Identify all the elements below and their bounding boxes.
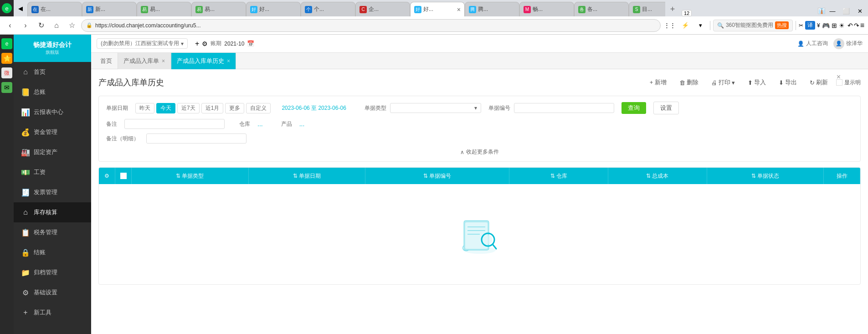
num-input[interactable] (514, 103, 614, 113)
add-button[interactable]: + 新增 (645, 77, 671, 88)
th-num[interactable]: ⇅ 单据编号 (365, 168, 509, 184)
tab-1[interactable]: 在 在... (27, 2, 82, 16)
lightning-button[interactable]: ⚡ (679, 19, 692, 32)
restore-button[interactable]: ⬜ (840, 5, 853, 16)
sidebar-item-settings[interactable]: ⚙ 基础设置 (14, 283, 91, 303)
sidebar-item-home[interactable]: ⌂ 首页 (14, 62, 91, 82)
forward-button[interactable]: › (19, 19, 32, 32)
tab-7[interactable]: C 企... (355, 2, 410, 16)
translate-btn[interactable]: 译 (805, 21, 815, 30)
tab-10[interactable]: M 畅... (519, 2, 574, 16)
tab-5[interactable]: 好 好... (246, 2, 301, 16)
grid-icon[interactable]: ⊞ (832, 22, 837, 29)
tab-11[interactable]: 各 各... (574, 2, 629, 16)
warehouse-dots[interactable]: ... (257, 120, 263, 128)
refresh-button[interactable]: ↻ (35, 19, 47, 32)
th-warehouse[interactable]: ⇅ 仓库 (509, 168, 608, 184)
minimize-button[interactable]: — (826, 5, 839, 16)
date-btn-custom[interactable]: 自定义 (246, 103, 271, 113)
tab-4[interactable]: 易 易... (191, 2, 246, 16)
browser-back[interactable]: ◀ (14, 0, 27, 16)
remark-detail-input[interactable] (146, 134, 247, 144)
sidebar-item-report[interactable]: 📊 云报表中心 (14, 102, 91, 122)
th-type[interactable]: ⇅ 单据类型 (132, 168, 249, 184)
calendar-icon[interactable]: 📅 (247, 40, 254, 47)
search-bar[interactable]: 🔍 360智能抠图免费用 热搜 (713, 20, 793, 31)
tab-3[interactable]: 易 易... (137, 2, 191, 16)
currency-icon[interactable]: ¥ (817, 22, 820, 29)
breadcrumb-tab1-close[interactable]: × (162, 58, 165, 64)
gamepad-icon[interactable]: 🎮 (822, 22, 830, 29)
add-period-icon[interactable]: + (195, 40, 199, 48)
tab-8-close[interactable]: × (457, 6, 461, 13)
collapse-button[interactable]: ∧ 收起更多条件 (460, 148, 499, 156)
sidebar-item-checkout[interactable]: 🔒 结账 (14, 242, 91, 262)
tab-2[interactable]: 新 新... (82, 2, 137, 16)
breadcrumb-tab2[interactable]: 产成品入库单历史 × (171, 53, 236, 69)
sidebar-item-fixed[interactable]: 🏭 固定资产 (14, 142, 91, 162)
export-button[interactable]: ⬇ 导出 (774, 77, 801, 88)
breadcrumb-tab1[interactable]: 产成品入库单 × (118, 53, 171, 69)
settings-btn[interactable]: 设置 (653, 102, 679, 114)
shirt-icon[interactable]: 👔 (818, 8, 825, 14)
date-btn-more[interactable]: 更多 (225, 103, 244, 113)
date-btn-yesterday[interactable]: 昨天 (135, 103, 154, 113)
icon-bar-weibo[interactable]: 微 (1, 67, 12, 78)
sidebar-item-invoice[interactable]: 🧾 发票管理 (14, 182, 91, 202)
close-panel-icon[interactable]: × (837, 73, 841, 81)
import-button[interactable]: ⬆ 导入 (743, 77, 770, 88)
sidebar-item-salary[interactable]: 💵 工资 (14, 162, 91, 182)
scissors-icon[interactable]: ✂ (799, 22, 803, 29)
browser-logo[interactable]: e (2, 3, 12, 13)
icon-bar-star[interactable]: ⭐ (1, 53, 12, 64)
home-button[interactable]: ⌂ (50, 19, 63, 32)
print-button[interactable]: 🖨 打印 ▾ (707, 77, 740, 88)
date-btn-7days[interactable]: 近7天 (177, 103, 200, 113)
icon-bar-mail[interactable]: ✉ (1, 82, 12, 93)
menu-icon[interactable]: ≡ (860, 21, 864, 30)
user-info[interactable]: 👤 徐泽华 (833, 38, 863, 49)
gear-icon[interactable]: ⚙ (202, 40, 208, 47)
redo-icon[interactable]: ↷ (854, 22, 859, 29)
bookmark-button[interactable]: ☆ (66, 19, 78, 32)
th-checkbox[interactable] (115, 168, 132, 184)
sidebar-item-tax[interactable]: 📋 税务管理 (14, 222, 91, 242)
sidebar-item-archive[interactable]: 📁 归档管理 (14, 262, 91, 283)
th-cost[interactable]: ⇅ 总成本 (608, 168, 707, 184)
product-dots[interactable]: ... (299, 120, 305, 128)
sidebar-item-ledger[interactable]: 📒 总账 (14, 82, 91, 102)
th-date[interactable]: ⇅ 单据日期 (249, 168, 366, 184)
date-btn-today[interactable]: 今天 (156, 103, 175, 113)
icon-bar-logo[interactable]: e (1, 38, 12, 49)
th-settings[interactable]: ⚙ (99, 168, 115, 184)
sidebar-item-new[interactable]: + 新工具 (14, 303, 91, 323)
org-selector[interactable]: (勿删勿禁用）江西丽宝测试专用 ▾ (97, 38, 188, 49)
address-input-wrapper[interactable]: 🔒 (81, 19, 661, 32)
tab-12[interactable]: S 目... (629, 2, 665, 16)
address-input[interactable] (95, 22, 656, 29)
close-button[interactable]: ✕ (853, 5, 866, 16)
remark-input[interactable] (124, 119, 225, 129)
brightness-icon[interactable]: ☀ (839, 22, 845, 29)
type-select[interactable]: ▾ (390, 103, 481, 113)
sidebar-item-fund[interactable]: 💰 资金管理 (14, 122, 91, 142)
undo-icon[interactable]: ↶ (847, 22, 853, 29)
back-button[interactable]: ‹ (4, 19, 16, 32)
extensions-button[interactable]: ⋮⋮ (663, 19, 676, 32)
breadcrumb-home[interactable]: 首页 (95, 53, 118, 69)
refresh-button-page[interactable]: ↻ 刷新 (805, 77, 832, 88)
th-status[interactable]: ⇅ 单据状态 (707, 168, 824, 184)
date-btn-1month[interactable]: 近1月 (201, 103, 224, 113)
query-button[interactable]: 查询 (621, 102, 646, 114)
new-tab-button[interactable]: + (665, 2, 680, 16)
dropdown-button[interactable]: ▾ (694, 19, 707, 32)
num-filter-label: 单据编号 (488, 104, 510, 112)
service-link[interactable]: 👤 人工咨询 (797, 40, 828, 47)
tab-9[interactable]: 腾 腾... (465, 2, 519, 16)
tab-6[interactable]: 个 个... (301, 2, 355, 16)
breadcrumb-tab2-close[interactable]: × (227, 58, 230, 64)
th-checkbox-box[interactable] (120, 173, 127, 179)
delete-button[interactable]: 🗑 删除 (675, 77, 703, 88)
sidebar-item-inventory[interactable]: ⌂ 库存核算 (14, 202, 91, 222)
tab-8[interactable]: 好 好... × (410, 2, 465, 16)
